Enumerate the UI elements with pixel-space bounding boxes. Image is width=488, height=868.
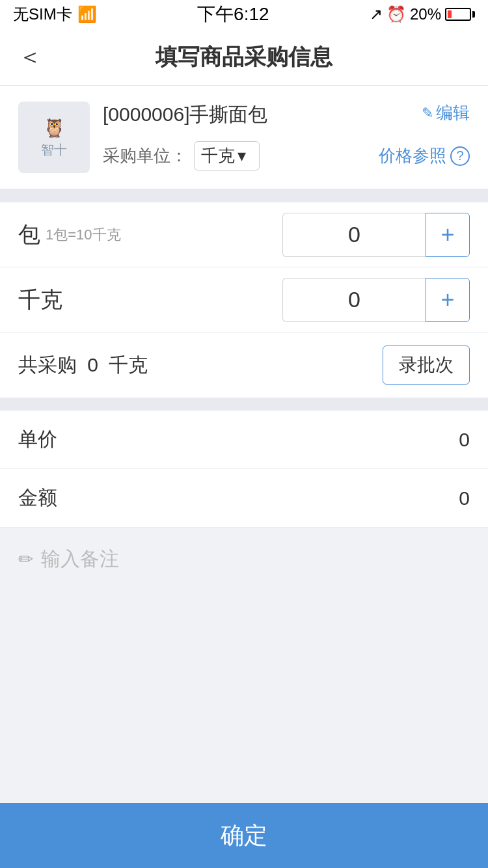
- kg-plus-button[interactable]: +: [426, 278, 470, 322]
- status-right: ↗ ⏰ 20%: [370, 5, 475, 23]
- bag-label-sub: 1包=10千克: [46, 225, 121, 245]
- location-icon: ↗: [370, 5, 383, 23]
- kg-label: 千克: [18, 285, 135, 315]
- alarm-icon: ⏰: [386, 5, 406, 23]
- content-fill: [0, 591, 488, 786]
- unit-value: 千克: [201, 144, 235, 167]
- bag-label-main: 包: [18, 220, 40, 250]
- summary-value: 0: [87, 354, 98, 375]
- kg-qty-input[interactable]: 0: [282, 278, 426, 322]
- section-divider-2: [0, 398, 488, 411]
- unit-price-label: 单价: [18, 426, 57, 453]
- status-left: 无SIM卡 📶: [13, 4, 97, 25]
- bag-label: 包 1包=10千克: [18, 220, 135, 250]
- page-title: 填写商品采购信息: [156, 42, 332, 72]
- unit-left: 采购单位： 千克 ▾: [103, 141, 260, 170]
- dropdown-arrow: ▾: [237, 146, 246, 166]
- kg-input-row: 千克 0 +: [0, 267, 488, 332]
- product-info: [0000006]手撕面包 ✎ 编辑 采购单位： 千克 ▾ 价格参照 ?: [103, 102, 470, 170]
- status-bar: 无SIM卡 📶 下午6:12 ↗ ⏰ 20%: [0, 0, 488, 29]
- kg-label-main: 千克: [18, 285, 62, 315]
- summary-suffix: 千克: [109, 354, 148, 375]
- product-card: 🦉 智十 [0000006]手撕面包 ✎ 编辑 采购单位： 千克 ▾ 价格参照: [0, 86, 488, 189]
- bag-input-wrap: 0 +: [135, 213, 470, 257]
- unit-select-dropdown[interactable]: 千克 ▾: [194, 141, 260, 170]
- wifi-icon: 📶: [77, 5, 97, 23]
- bag-input-row: 包 1包=10千克 0 +: [0, 202, 488, 267]
- edit-label: 编辑: [436, 102, 470, 124]
- amount-value: 0: [459, 487, 470, 509]
- summary-row: 共采购 0 千克 录批次: [0, 332, 488, 398]
- price-ref-label: 价格参照: [379, 144, 446, 167]
- summary-prefix: 共采购: [18, 354, 77, 375]
- kg-input-wrap: 0 +: [135, 278, 470, 322]
- pencil-icon: ✏: [18, 549, 33, 570]
- battery-pct: 20%: [410, 5, 441, 23]
- record-batch-button[interactable]: 录批次: [383, 346, 470, 385]
- product-thumbnail: 🦉 智十: [18, 102, 90, 173]
- summary-text: 共采购 0 千克: [18, 352, 148, 379]
- section-divider-1: [0, 189, 488, 202]
- edit-button[interactable]: ✎ 编辑: [422, 102, 470, 124]
- confirm-button[interactable]: 确定: [221, 820, 267, 852]
- product-unit-row: 采购单位： 千克 ▾ 价格参照 ?: [103, 141, 470, 170]
- bag-qty-input[interactable]: 0: [282, 213, 426, 257]
- remark-input[interactable]: 输入备注: [41, 546, 119, 573]
- product-name-row: [0000006]手撕面包 ✎ 编辑: [103, 102, 470, 128]
- edit-icon: ✎: [422, 105, 433, 122]
- unit-prefix: 采购单位：: [103, 144, 187, 167]
- amount-row: 金额 0: [0, 469, 488, 528]
- bag-plus-button[interactable]: +: [426, 213, 470, 257]
- back-button[interactable]: ＜: [18, 41, 42, 73]
- input-section: 包 1包=10千克 0 + 千克 0 +: [0, 202, 488, 332]
- carrier-label: 无SIM卡: [13, 4, 72, 25]
- product-logo: 🦉 智十: [41, 117, 67, 157]
- nav-bar: ＜ 填写商品采购信息: [0, 29, 488, 86]
- remark-section[interactable]: ✏ 输入备注: [0, 528, 488, 591]
- price-ref-button[interactable]: 价格参照 ?: [379, 144, 470, 167]
- battery-icon: [445, 8, 475, 21]
- unit-price-value: 0: [459, 429, 470, 451]
- status-time: 下午6:12: [197, 2, 269, 27]
- amount-label: 金额: [18, 485, 57, 511]
- unit-price-row: 单价 0: [0, 411, 488, 469]
- price-ref-icon: ?: [450, 146, 470, 166]
- price-info-section: 单价 0 金额 0: [0, 411, 488, 528]
- confirm-bar[interactable]: 确定: [0, 803, 488, 868]
- product-name: [0000006]手撕面包: [103, 102, 267, 128]
